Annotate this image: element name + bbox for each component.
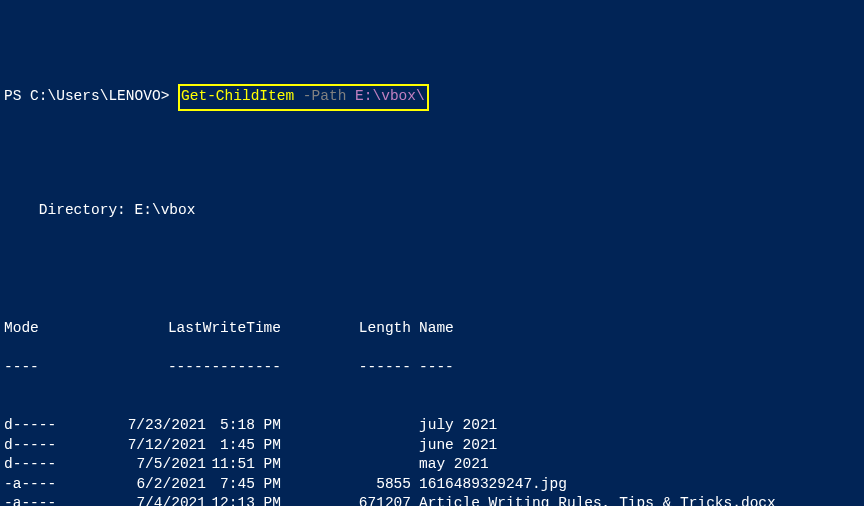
dash-name: ---- (411, 358, 454, 378)
cell-date: 7/23/2021 (56, 416, 206, 436)
cell-date: 7/4/2021 (56, 494, 206, 506)
header-length: Length (281, 319, 411, 339)
dash-mode: ---- (4, 358, 56, 378)
blank-line (4, 280, 860, 300)
cell-time: 11:51 PM (206, 455, 281, 475)
blank-line (4, 241, 860, 261)
command-highlight: Get-ChildItem -Path E:\vbox\ (178, 84, 429, 111)
cell-name: june 2021 (411, 436, 497, 456)
cell-name: Article Writing Rules, Tips & Tricks.doc… (411, 494, 776, 506)
table-row: -a----7/4/202112:13 PM671207Article Writ… (4, 494, 860, 506)
prompt-line-1[interactable]: PS C:\Users\LENOVO> Get-ChildItem -Path … (4, 84, 860, 104)
header-name: Name (411, 319, 454, 339)
header-mode: Mode (4, 319, 56, 339)
cell-time: 7:45 PM (206, 475, 281, 495)
prompt-prefix: PS C:\Users\LENOVO> (4, 88, 178, 104)
blank-line (4, 162, 860, 182)
cell-mode: d----- (4, 416, 56, 436)
cell-name: july 2021 (411, 416, 497, 436)
cell-name: 1616489329247.jpg (411, 475, 567, 495)
table-row: d-----7/23/20215:18 PMjuly 2021 (4, 416, 860, 436)
table-header-row: ModeLastWriteTimeLengthName (4, 319, 860, 339)
cell-date: 7/12/2021 (56, 436, 206, 456)
cell-mode: -a---- (4, 494, 56, 506)
cell-name: may 2021 (411, 455, 489, 475)
dash-length: ------ (281, 358, 411, 378)
cell-length: 5855 (281, 475, 411, 495)
directory-line: Directory: E:\vbox (4, 201, 860, 221)
cell-date: 7/5/2021 (56, 455, 206, 475)
blank-line (4, 123, 860, 143)
cmd-param: -Path (294, 88, 355, 104)
cell-time: 1:45 PM (206, 436, 281, 456)
cell-mode: -a---- (4, 475, 56, 495)
header-lastwritetime: LastWriteTime (56, 319, 281, 339)
cmdlet-name: Get-ChildItem (181, 88, 294, 104)
cell-time: 5:18 PM (206, 416, 281, 436)
cell-time: 12:13 PM (206, 494, 281, 506)
table-body: d-----7/23/20215:18 PMjuly 2021d-----7/1… (4, 416, 860, 506)
dash-lwt: ------------- (56, 358, 281, 378)
table-row: d-----7/12/20211:45 PMjune 2021 (4, 436, 860, 456)
cell-mode: d----- (4, 436, 56, 456)
table-dash-row: --------------------------- (4, 358, 860, 378)
cell-length: 671207 (281, 494, 411, 506)
table-row: d-----7/5/202111:51 PMmay 2021 (4, 455, 860, 475)
cmd-arg: E:\vbox\ (355, 88, 425, 104)
table-row: -a----6/2/20217:45 PM58551616489329247.j… (4, 475, 860, 495)
cell-date: 6/2/2021 (56, 475, 206, 495)
cell-mode: d----- (4, 455, 56, 475)
